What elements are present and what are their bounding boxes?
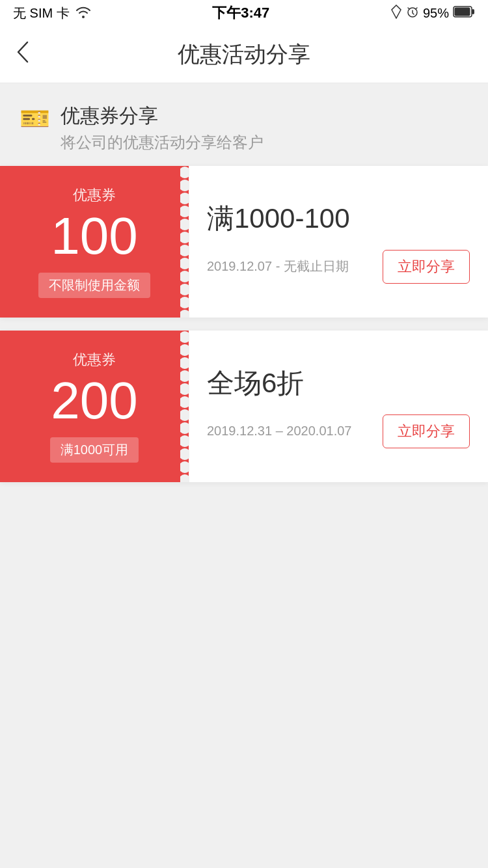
coupon-amount-1: 200	[51, 375, 137, 427]
wifi-icon	[75, 5, 92, 21]
coupon-section-icon: 🎫	[20, 104, 50, 133]
coupon-right-0: 满1000-100 2019.12.07 - 无截止日期 立即分享	[189, 166, 488, 318]
coupon-name-0: 满1000-100	[207, 200, 470, 237]
scallop-edge-0	[180, 166, 189, 318]
svg-rect-7	[180, 331, 189, 482]
status-right: 95%	[390, 5, 475, 22]
coupon-date-1: 2019.12.31 – 2020.01.07	[207, 424, 351, 439]
back-button[interactable]	[16, 40, 30, 70]
coupon-label-0: 优惠券	[73, 185, 116, 205]
coupon-name-1: 全场6折	[207, 365, 470, 401]
location-icon	[390, 5, 402, 22]
battery-icon	[453, 6, 475, 21]
share-button-1[interactable]: 立即分享	[383, 414, 470, 448]
coupon-bottom-row-0: 2019.12.07 - 无截止日期 立即分享	[207, 250, 470, 284]
section-subtitle: 将公司的优惠活动分享给客户	[61, 132, 264, 153]
status-time: 下午3:47	[212, 3, 269, 23]
svg-rect-2	[472, 9, 474, 14]
coupon-left-0: 优惠券 100 不限制使用金额	[0, 166, 189, 318]
coupon-condition-0: 不限制使用金额	[38, 273, 150, 298]
status-bar: 无 SIM 卡 下午3:47 95%	[0, 0, 488, 26]
battery-text: 95%	[423, 6, 449, 21]
svg-rect-3	[455, 7, 470, 16]
empty-area	[0, 515, 488, 868]
alarm-icon	[406, 5, 419, 21]
coupon-amount-0: 100	[51, 210, 137, 262]
coupon-right-1: 全场6折 2019.12.31 – 2020.01.07 立即分享	[189, 331, 488, 482]
coupon-left-1: 优惠券 200 满1000可用	[0, 331, 189, 482]
scallop-edge-1	[180, 331, 189, 482]
coupons-list: 优惠券 100 不限制使用金额 满1000-100 2019.12.07 - 无…	[0, 166, 488, 515]
section-title: 优惠券分享	[61, 103, 264, 129]
coupon-date-0: 2019.12.07 - 无截止日期	[207, 258, 349, 275]
coupon-card-1: 优惠券 200 满1000可用 全场6折 2019.12.31 – 2020.0…	[0, 331, 488, 482]
coupon-bottom-row-1: 2019.12.31 – 2020.01.07 立即分享	[207, 414, 470, 448]
coupon-condition-1: 满1000可用	[50, 437, 139, 463]
coupon-label-1: 优惠券	[73, 350, 116, 370]
status-left: 无 SIM 卡	[13, 5, 92, 22]
nav-bar: 优惠活动分享	[0, 26, 488, 83]
section-header: 🎫 优惠券分享 将公司的优惠活动分享给客户	[0, 83, 488, 166]
section-text-group: 优惠券分享 将公司的优惠活动分享给客户	[61, 103, 264, 153]
page-title: 优惠活动分享	[178, 40, 310, 70]
carrier-text: 无 SIM 卡	[13, 5, 70, 22]
share-button-0[interactable]: 立即分享	[383, 250, 470, 284]
svg-rect-5	[180, 166, 189, 318]
coupon-card-0: 优惠券 100 不限制使用金额 满1000-100 2019.12.07 - 无…	[0, 166, 488, 318]
